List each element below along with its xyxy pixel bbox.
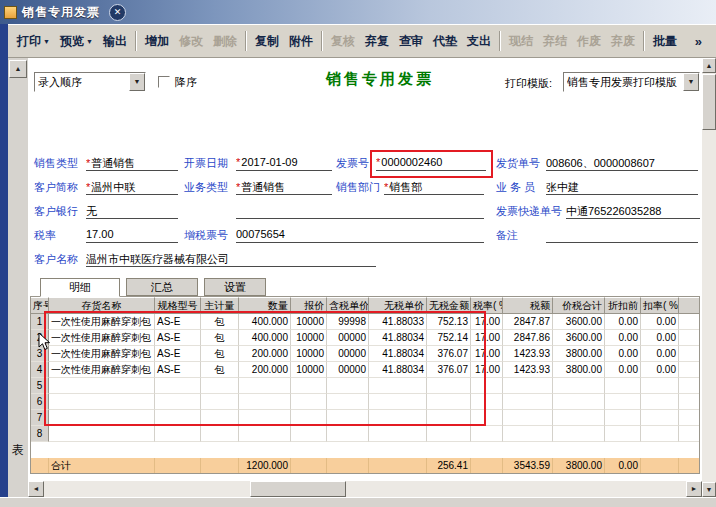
grid-cell[interactable] — [49, 378, 155, 394]
grid-header-cell[interactable]: 扣率( % ) — [641, 297, 679, 314]
grid-cell[interactable]: AS-E — [155, 346, 201, 362]
scroll-left-icon[interactable]: ◄ — [28, 481, 44, 497]
grid-cell[interactable] — [239, 378, 291, 394]
grid-cell[interactable] — [49, 426, 155, 442]
grid-cell[interactable] — [503, 378, 553, 394]
grid-cell[interactable]: 376.07 — [427, 362, 471, 378]
grid-header-cell[interactable]: 数量 — [239, 297, 291, 314]
grid-cell[interactable] — [291, 394, 327, 410]
print-button[interactable]: 打印▼ — [12, 29, 55, 54]
grid-cell[interactable] — [291, 426, 327, 442]
grid-cell[interactable]: 一次性使用麻醉穿刺包 — [49, 330, 155, 346]
grid-cell[interactable] — [641, 426, 679, 442]
grid-cell[interactable] — [427, 394, 471, 410]
grid-cell[interactable]: 1423.93 — [503, 362, 553, 378]
grid-cell[interactable] — [155, 378, 201, 394]
grid-cell[interactable] — [49, 394, 155, 410]
grid-cell[interactable] — [641, 378, 679, 394]
vertical-scroll-thumb[interactable] — [702, 74, 716, 130]
attachment-button[interactable]: 附件 — [284, 29, 318, 54]
grid-cell[interactable] — [291, 378, 327, 394]
grid-cell[interactable]: 376.07 — [427, 346, 471, 362]
grid-cell[interactable] — [369, 426, 427, 442]
unreview-button[interactable]: 弃复 — [360, 29, 394, 54]
grid-cell[interactable] — [471, 378, 503, 394]
grid-cell[interactable]: 0.00 — [605, 330, 641, 346]
grid-cell[interactable]: 1612 — [679, 346, 700, 362]
grid-cell[interactable] — [553, 426, 605, 442]
combo-dropdown-icon[interactable]: ▼ — [683, 73, 699, 91]
grid-cell[interactable]: 41.88034 — [369, 346, 427, 362]
grid-header-cell[interactable]: 折扣前 — [605, 297, 641, 314]
grid-cell[interactable]: 1423.93 — [503, 346, 553, 362]
grid-cell[interactable]: 8 — [31, 426, 49, 442]
tab-detail[interactable]: 明细 — [40, 278, 120, 297]
grid-cell[interactable]: 200.000 — [239, 362, 291, 378]
horizontal-scrollbar[interactable]: ◄ ► — [28, 481, 702, 497]
grid-cell[interactable]: AS-E — [155, 330, 201, 346]
grid-cell[interactable] — [503, 410, 553, 426]
grid-cell[interactable]: 3600.00 — [553, 330, 605, 346]
delivery-no-field[interactable]: 008606、0000008607 — [546, 156, 698, 171]
scroll-down-icon[interactable]: ▼ — [702, 482, 716, 497]
grid-cell[interactable] — [49, 410, 155, 426]
grid-cell[interactable]: 752.13 — [427, 314, 471, 330]
vertical-scrollbar[interactable]: ▲ ▼ — [702, 58, 716, 497]
grid-cell[interactable] — [605, 394, 641, 410]
grid-cell[interactable]: 00000 — [327, 330, 369, 346]
grid-cell[interactable]: 2847.87 — [503, 314, 553, 330]
grid-cell[interactable] — [201, 426, 239, 442]
customer-bank-field[interactable]: 无 — [86, 204, 178, 219]
left-scroll-up-button[interactable]: ▲ — [9, 60, 27, 78]
tab-summary[interactable]: 汇总 — [126, 278, 198, 296]
grid-cell[interactable]: 包 — [201, 362, 239, 378]
toolbar-overflow-icon[interactable]: » — [695, 34, 712, 49]
grid-cell[interactable] — [605, 378, 641, 394]
grid-cell[interactable] — [679, 410, 700, 426]
sales-dept-field[interactable]: *销售部 — [384, 180, 484, 195]
grid-cell[interactable]: 17.00 — [471, 330, 503, 346]
document-tab[interactable]: 销售专用发票 ✕ — [4, 2, 126, 22]
preview-button[interactable]: 预览▼ — [55, 29, 98, 54]
grid-cell[interactable]: 2847.86 — [503, 330, 553, 346]
grid-cell[interactable]: 包 — [201, 330, 239, 346]
grid-cell[interactable]: 400.000 — [239, 330, 291, 346]
expense-button[interactable]: 支出 — [462, 29, 496, 54]
grid-cell[interactable] — [239, 426, 291, 442]
grid-cell[interactable] — [369, 410, 427, 426]
express-no-field[interactable]: 中通765226035288 — [566, 204, 700, 219]
grid-cell[interactable]: 10000 — [291, 362, 327, 378]
grid-cell[interactable]: 0.00 — [605, 346, 641, 362]
customer-abbr-field[interactable]: *温州中联 — [86, 180, 178, 195]
grid-cell[interactable]: 10000 — [291, 314, 327, 330]
horizontal-scroll-thumb[interactable] — [250, 481, 346, 497]
grid-header-cell[interactable]: 税率( % ) — [471, 297, 503, 314]
grid-cell[interactable]: 一次性使用麻醉穿刺包 — [49, 362, 155, 378]
grid-cell[interactable]: 17.00 — [471, 314, 503, 330]
grid-cell[interactable]: 0.00 — [641, 346, 679, 362]
add-button[interactable]: 增加 — [140, 29, 174, 54]
grid-cell[interactable] — [471, 426, 503, 442]
grid-cell[interactable]: 7 — [31, 410, 49, 426]
tax-rate-field[interactable]: 17.00 — [86, 228, 178, 243]
grid-cell[interactable]: 3800.00 — [553, 362, 605, 378]
copy-button[interactable]: 复制 — [250, 29, 284, 54]
grid-cell[interactable]: 400.000 — [239, 314, 291, 330]
customer-account-field[interactable] — [236, 204, 484, 219]
grid-cell[interactable]: 0.00 — [605, 314, 641, 330]
grid-cell[interactable]: 17.00 — [471, 346, 503, 362]
grid-cell[interactable]: 0.00 — [605, 362, 641, 378]
salesperson-field[interactable]: 张中建 — [546, 180, 698, 195]
grid-header-cell[interactable]: 税额 — [503, 297, 553, 314]
scroll-right-icon[interactable]: ► — [686, 481, 702, 497]
grid-cell[interactable] — [679, 426, 700, 442]
grid-cell[interactable] — [471, 410, 503, 426]
combo-dropdown-icon[interactable]: ▼ — [129, 73, 145, 91]
grid-header-cell[interactable]: 无税金额 — [427, 297, 471, 314]
audit-check-button[interactable]: 查审 — [394, 29, 428, 54]
grid-cell[interactable] — [605, 426, 641, 442]
grid-cell[interactable] — [553, 378, 605, 394]
grid-cell[interactable]: 一次性使用麻醉穿刺包 — [49, 314, 155, 330]
grid-cell[interactable] — [239, 410, 291, 426]
grid-cell[interactable] — [679, 378, 700, 394]
